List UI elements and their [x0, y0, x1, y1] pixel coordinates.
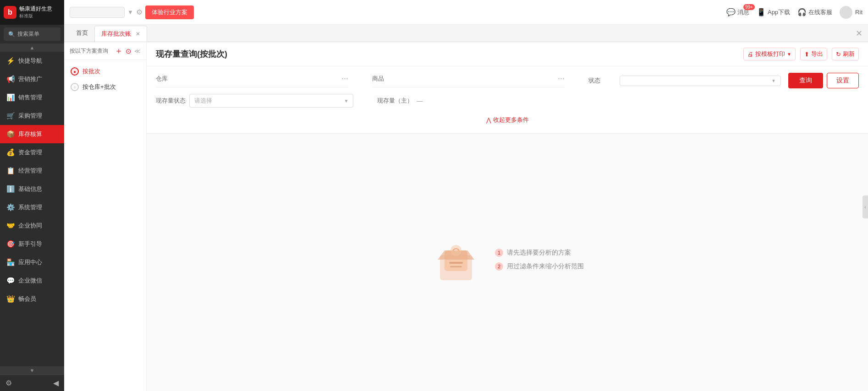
sidebar-item-appstore[interactable]: 🏪 应用中心 — [0, 253, 64, 272]
refresh-button[interactable]: ↻ 刷新 — [832, 48, 859, 60]
tab-home[interactable]: 首页 — [70, 25, 94, 42]
export-button[interactable]: ⬆ 导出 — [800, 48, 827, 60]
tip-number-1: 1 — [495, 249, 503, 257]
search-label: 搜索菜单 — [17, 30, 39, 38]
sidebar-item-marketing[interactable]: 📢 营销推广 — [0, 70, 64, 88]
query-button[interactable]: 查询 — [788, 73, 823, 88]
user-name: Rit — [855, 9, 863, 16]
sidebar-item-newbie[interactable]: 🎯 新手引导 — [0, 235, 64, 253]
tab-close-panel-icon[interactable]: ✕ — [856, 29, 863, 38]
sidebar-item-shortcut[interactable]: ⚡ 快捷导航 — [0, 52, 64, 70]
sidebar-item-label: 快捷导航 — [18, 57, 42, 65]
empty-illustration — [431, 237, 481, 288]
tip-item-2: 2 用过滤条件来缩小分析范围 — [495, 262, 584, 271]
sidebar-item-purchase[interactable]: 🛒 采购管理 — [0, 107, 64, 125]
scroll-down-button[interactable]: ▼ — [0, 366, 64, 375]
empty-tips: 1 请先选择要分析的方案 2 用过滤条件来缩小分析范围 — [495, 249, 584, 276]
experience-button[interactable]: 体验行业方案 — [145, 5, 194, 19]
tab-batch-account[interactable]: 库存批次账 ✕ — [94, 26, 147, 42]
left-panel-items: ● 按批次 ○ 按仓库+批次 — [64, 60, 146, 98]
product-input[interactable]: ··· — [403, 74, 565, 83]
topbar: ▼ ⚙ 体验行业方案 💬 消息 99+ 📱 App下载 🎧 在线客服 Rit — [64, 0, 868, 25]
print-icon: 🖨 — [747, 51, 753, 58]
app-download-item[interactable]: 📱 App下载 — [757, 8, 790, 16]
sidebar-item-inventory[interactable]: 📦 库存核算 — [0, 125, 64, 143]
add-scheme-button[interactable]: ＋ — [115, 47, 123, 55]
sidebar-item-label: 畅会员 — [18, 295, 36, 303]
sidebar-item-label: 企业协同 — [18, 222, 42, 230]
sidebar-item-wechat[interactable]: 💬 企业微信 — [0, 272, 64, 290]
left-panel-title: 按以下方案查询 — [70, 47, 108, 55]
topbar-right: 💬 消息 99+ 📱 App下载 🎧 在线客服 Rit — [726, 6, 863, 19]
tip-text-2: 用过滤条件来缩小分析范围 — [507, 262, 584, 271]
sidebar-item-sales[interactable]: 📊 销售管理 — [0, 88, 64, 107]
product-label: 商品 — [372, 75, 400, 83]
collapse-up-icon: ⋀ — [486, 117, 491, 124]
messages-badge: 99+ — [743, 4, 755, 10]
svg-rect-4 — [450, 266, 462, 267]
page-header-actions: 🖨 按模板打印 ▼ ⬆ 导出 ↻ 刷新 — [743, 48, 859, 60]
left-panel-header: 按以下方案查询 ＋ ⊙ ≪ — [64, 42, 146, 60]
topbar-dropdown-icon[interactable]: ▼ — [127, 9, 133, 16]
page-title: 现存量查询(按批次) — [156, 49, 227, 60]
app-logo: b — [4, 6, 16, 19]
operations-icon: 📋 — [6, 167, 15, 175]
scheme-item-label: 按仓库+批次 — [82, 83, 116, 91]
status-dropdown-icon: ▼ — [771, 78, 776, 83]
mobile-icon: 📱 — [757, 8, 766, 16]
page-header: 现存量查询(按批次) 🖨 按模板打印 ▼ ⬆ 导出 ↻ 刷新 — [147, 42, 868, 66]
stock-status-select[interactable]: 请选择 ▼ — [189, 94, 353, 108]
filter-row-1: 仓库 ··· 商品 ··· — [156, 73, 859, 88]
stock-status-dropdown-icon: ▼ — [344, 98, 348, 103]
sidebar-item-label: 新手引导 — [18, 240, 42, 248]
tab-close-icon[interactable]: ✕ — [136, 31, 140, 37]
messages-item[interactable]: 💬 消息 99+ — [726, 8, 749, 16]
sidebar-item-enterprise[interactable]: 🤝 企业协同 — [0, 217, 64, 235]
status-select[interactable]: ▼ — [620, 76, 781, 86]
scheme-item-by-batch[interactable]: ● 按批次 — [64, 64, 146, 79]
settings-icon[interactable]: ⚙ — [5, 379, 12, 387]
stock-status-label: 现存量状态 — [156, 97, 186, 105]
shortcut-icon: ⚡ — [6, 57, 15, 65]
svg-rect-3 — [449, 262, 463, 264]
collapse-sidebar-icon[interactable]: ◀ — [53, 379, 59, 387]
scroll-up-button[interactable]: ▲ — [0, 43, 64, 52]
wechat-icon: 💬 — [6, 277, 15, 285]
sidebar-item-label: 采购管理 — [18, 112, 42, 120]
message-icon: 💬 — [726, 8, 736, 16]
newbie-icon: 🎯 — [6, 240, 15, 248]
online-service-item[interactable]: 🎧 在线客服 — [797, 8, 832, 16]
filter-settings-button[interactable]: 设置 — [827, 73, 859, 88]
content-area: 按以下方案查询 ＋ ⊙ ≪ ● 按批次 ○ 按仓库+批次 — [64, 42, 868, 391]
vip-icon: 👑 — [6, 295, 15, 303]
status-filter: 状态 ▼ — [588, 76, 781, 86]
settings-scheme-button[interactable]: ⊙ — [126, 48, 132, 54]
user-item[interactable]: Rit — [840, 6, 863, 19]
collapse-filter-button[interactable]: ⋀ 收起更多条件 — [156, 113, 859, 127]
topbar-search-input[interactable] — [70, 7, 125, 18]
sidebar-item-vip[interactable]: 👑 畅会员 — [0, 290, 64, 308]
collapse-left-panel-icon[interactable]: ≪ — [134, 48, 141, 54]
warehouse-input[interactable]: ··· — [187, 74, 348, 83]
sidebar-item-basic[interactable]: ℹ️ 基础信息 — [0, 180, 64, 198]
sidebar-footer: ⚙ ◀ — [0, 375, 64, 391]
sidebar-item-finance[interactable]: 💰 资金管理 — [0, 143, 64, 162]
print-dropdown-icon[interactable]: ▼ — [787, 52, 791, 57]
main-area: ▼ ⚙ 体验行业方案 💬 消息 99+ 📱 App下载 🎧 在线客服 Rit — [64, 0, 868, 391]
topbar-settings-icon[interactable]: ⚙ — [136, 8, 143, 16]
export-icon: ⬆ — [804, 51, 809, 58]
scheme-item-by-warehouse-batch[interactable]: ○ 按仓库+批次 — [64, 79, 146, 95]
sidebar-search[interactable]: 🔍 搜索菜单 — [4, 27, 60, 41]
right-panel-close[interactable]: ‹ — [863, 196, 868, 218]
filter-row-2: 现存量状态 请选择 ▼ 现存量（主） — — [156, 94, 859, 108]
stock-quantity-value: — — [417, 95, 575, 107]
warehouse-dots: ··· — [341, 74, 348, 83]
app-name: 畅康通好生意 — [19, 5, 52, 13]
template-print-button[interactable]: 🖨 按模板打印 ▼ — [743, 48, 796, 60]
marketing-icon: 📢 — [6, 75, 15, 83]
sidebar-item-label: 系统管理 — [18, 203, 42, 212]
sidebar-item-system[interactable]: ⚙️ 系统管理 — [0, 198, 64, 217]
sidebar-item-label: 库存核算 — [18, 130, 42, 138]
sidebar-item-operations[interactable]: 📋 经营管理 — [0, 162, 64, 180]
filter-section: 仓库 ··· 商品 ··· — [147, 66, 868, 134]
